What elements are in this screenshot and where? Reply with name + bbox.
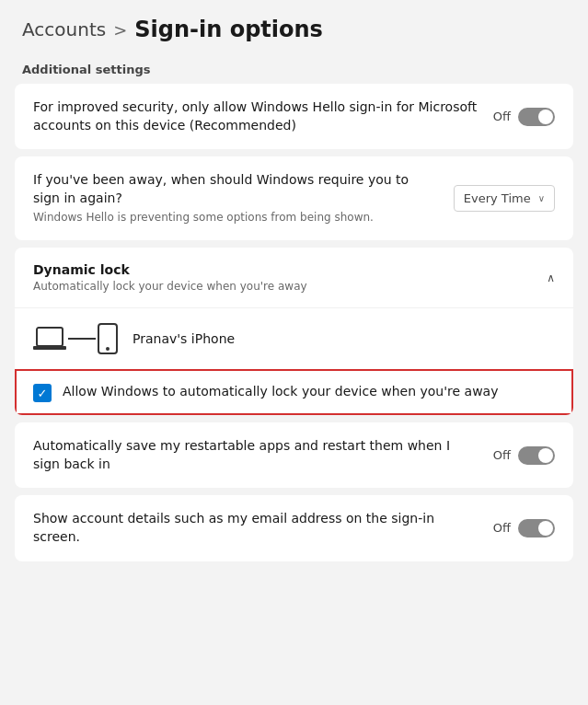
chevron-down-icon: ∨ (538, 193, 545, 203)
signin-frequency-card: If you've been away, when should Windows… (15, 156, 573, 240)
dynamic-lock-text: Dynamic lock Automatically lock your dev… (33, 262, 307, 293)
additional-settings-label: Additional settings (0, 53, 588, 84)
restart-apps-title: Automatically save my restartable apps a… (33, 437, 478, 473)
restart-apps-card: Automatically save my restartable apps a… (15, 422, 573, 488)
account-details-card: Show account details such as my email ad… (15, 495, 573, 561)
dynamic-lock-checkbox-row: ✓ Allow Windows to automatically lock yo… (15, 369, 573, 415)
restart-apps-toggle-label: Off (493, 448, 511, 462)
device-icons (33, 323, 118, 354)
connector-line (68, 338, 96, 340)
breadcrumb-accounts[interactable]: Accounts (22, 18, 106, 40)
dynamic-lock-header: Dynamic lock Automatically lock your dev… (15, 248, 573, 307)
account-details-toggle-control: Off (493, 519, 555, 537)
breadcrumb: Accounts > Sign-in options (0, 0, 588, 53)
breadcrumb-current: Sign-in options (134, 17, 323, 42)
device-row: Pranav's iPhone (15, 307, 573, 369)
laptop-icon (33, 326, 66, 352)
security-toggle-label: Off (493, 110, 511, 123)
device-name: Pranav's iPhone (133, 331, 235, 346)
account-details-title: Show account details such as my email ad… (33, 510, 478, 546)
svg-point-3 (106, 347, 110, 351)
security-toggle-switch[interactable] (518, 108, 555, 126)
chevron-up-icon[interactable]: ∧ (547, 272, 555, 284)
account-details-toggle-switch[interactable] (518, 519, 555, 537)
signin-frequency-dropdown[interactable]: Every Time ∨ (454, 185, 555, 212)
account-details-text: Show account details such as my email ad… (33, 510, 478, 546)
breadcrumb-separator: > (113, 20, 127, 40)
dropdown-value: Every Time (464, 191, 531, 205)
svg-rect-0 (37, 328, 63, 346)
security-toggle-title: For improved security, only allow Window… (33, 98, 478, 134)
phone-icon (98, 323, 118, 354)
page-container: Accounts > Sign-in options Additional se… (0, 0, 588, 705)
restart-apps-text: Automatically save my restartable apps a… (33, 437, 478, 473)
dynamic-lock-section: Dynamic lock Automatically lock your dev… (15, 248, 573, 415)
svg-rect-1 (33, 346, 66, 350)
dynamic-lock-checkbox[interactable]: ✓ (33, 384, 52, 402)
signin-frequency-title: If you've been away, when should Windows… (33, 171, 439, 207)
security-toggle-text: For improved security, only allow Window… (33, 98, 478, 134)
restart-apps-toggle-control: Off (493, 446, 555, 465)
signin-frequency-text: If you've been away, when should Windows… (33, 171, 439, 225)
security-toggle-control: Off (493, 108, 555, 126)
check-icon: ✓ (38, 387, 48, 400)
dynamic-lock-checkbox-label: Allow Windows to automatically lock your… (63, 383, 498, 401)
dynamic-lock-title: Dynamic lock (33, 262, 307, 277)
account-details-toggle-label: Off (493, 521, 511, 535)
security-toggle-card: For improved security, only allow Window… (15, 84, 573, 149)
restart-apps-toggle-switch[interactable] (518, 446, 555, 465)
dynamic-lock-subtitle: Automatically lock your device when you'… (33, 280, 307, 293)
signin-frequency-subtitle: Windows Hello is preventing some options… (33, 210, 439, 225)
